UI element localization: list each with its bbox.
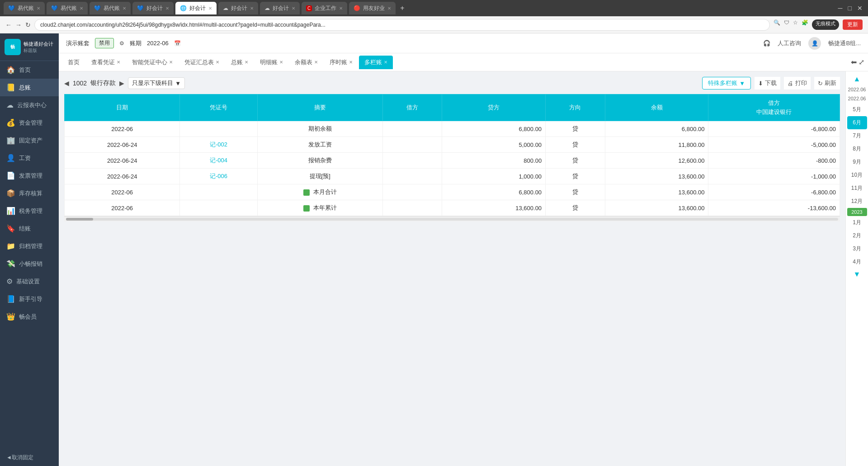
tab-close-view-voucher[interactable]: ✕ bbox=[117, 60, 120, 65]
refresh-button[interactable]: ↻ 刷新 bbox=[814, 77, 840, 89]
tab-detail-ledger[interactable]: 明细账 ✕ bbox=[255, 56, 288, 69]
sidebar-item-salary[interactable]: 👤 工资 bbox=[0, 149, 59, 167]
tabs-expand-icon[interactable]: ⤢ bbox=[859, 58, 864, 66]
browser-tab-2[interactable]: 💙 易代账 ✕ bbox=[47, 2, 88, 14]
calendar-month-5[interactable]: 5月 bbox=[847, 103, 867, 116]
tab-close-sequence[interactable]: ✕ bbox=[349, 60, 353, 65]
tab-view-voucher[interactable]: 查看凭证 ✕ bbox=[86, 56, 126, 69]
update-button[interactable]: 更新 bbox=[843, 19, 863, 30]
tab-smart-voucher[interactable]: 智能凭证中心 ✕ bbox=[127, 56, 178, 69]
sidebar-item-guide[interactable]: 📘 新手引导 bbox=[0, 290, 59, 308]
calendar-scroll-down[interactable]: ▼ bbox=[852, 268, 863, 280]
tab-close-3[interactable]: ✕ bbox=[123, 6, 126, 11]
back-button[interactable]: ← bbox=[5, 21, 12, 28]
account-label: 演示账套 bbox=[66, 39, 90, 47]
prev-account-button[interactable]: ◀ bbox=[64, 80, 69, 87]
horizontal-scrollbar[interactable] bbox=[64, 216, 840, 221]
calendar-month-6[interactable]: 6月 bbox=[847, 116, 867, 129]
browser-tab-7[interactable]: ☁ 好会计 ✕ bbox=[260, 2, 300, 14]
sidebar-item-settings[interactable]: ⚙ 基础设置 bbox=[0, 273, 59, 290]
sidebar-item-home[interactable]: 🏠 首页 bbox=[0, 61, 59, 79]
tab-close-summary[interactable]: ✕ bbox=[216, 60, 219, 65]
calendar-icon[interactable]: 📅 bbox=[174, 40, 181, 47]
sidebar-item-archive[interactable]: 📁 归档管理 bbox=[0, 237, 59, 255]
new-tab-button[interactable]: + bbox=[397, 4, 407, 12]
user-label[interactable]: 畅捷通B组... bbox=[828, 39, 861, 47]
settings-gear-icon[interactable]: ⚙ bbox=[119, 40, 124, 47]
search-icon[interactable]: 🔍 bbox=[774, 19, 780, 30]
calendar-scroll-up[interactable]: ▲ bbox=[852, 73, 863, 85]
sidebar-item-expense[interactable]: 💸 小畅报销 bbox=[0, 255, 59, 273]
consult-label[interactable]: 人工咨询 bbox=[778, 39, 801, 47]
tab-close-general[interactable]: ✕ bbox=[245, 60, 248, 65]
tab-close-5[interactable]: ✕ bbox=[208, 6, 212, 11]
calendar-month-3[interactable]: 3月 bbox=[847, 242, 867, 255]
no-trace-label[interactable]: 无痕模式 bbox=[812, 19, 839, 30]
tab-close-multi[interactable]: ✕ bbox=[384, 60, 387, 65]
browser-tab-4[interactable]: 💙 好会计 ✕ bbox=[132, 2, 174, 14]
calendar-month-11[interactable]: 11月 bbox=[847, 182, 867, 195]
special-multi-column-button[interactable]: 特殊多栏账 ▼ bbox=[702, 77, 751, 89]
tab-close-balance[interactable]: ✕ bbox=[314, 60, 318, 65]
sidebar-item-cloud-report[interactable]: ☁ 云报表中心 bbox=[0, 96, 59, 114]
browser-tab-5[interactable]: 🌐 好会计 ✕ bbox=[175, 2, 217, 14]
calendar-month-1[interactable]: 1月 bbox=[847, 216, 867, 229]
url-input[interactable]: cloud2.chanjet.com/accounting/uh26t264j5… bbox=[34, 19, 770, 31]
browser-tab-6[interactable]: ☁ 好会计 ✕ bbox=[218, 2, 258, 14]
cell-voucher-3[interactable]: 记-004 bbox=[180, 153, 257, 169]
calendar-month-9[interactable]: 9月 bbox=[847, 155, 867, 169]
browser-tab-3[interactable]: 💙 易代账 ✕ bbox=[90, 2, 131, 14]
calendar-month-8[interactable]: 8月 bbox=[847, 142, 867, 155]
tab-multi-column[interactable]: 多栏账 ✕ bbox=[359, 56, 393, 69]
tab-voucher-summary[interactable]: 凭证汇总表 ✕ bbox=[179, 56, 225, 69]
reload-button[interactable]: ↻ bbox=[25, 21, 31, 28]
sidebar-label-assets: 固定资产 bbox=[19, 137, 42, 145]
calendar-month-10[interactable]: 10月 bbox=[847, 169, 867, 182]
star-icon[interactable]: ☆ bbox=[793, 19, 798, 30]
tabs-collapse-icon[interactable]: ⬅ bbox=[851, 58, 857, 66]
tab-close-1[interactable]: ✕ bbox=[37, 6, 40, 11]
calendar-month-12[interactable]: 12月 bbox=[847, 195, 867, 208]
tab-close-6[interactable]: ✕ bbox=[250, 6, 254, 11]
sub-account-filter[interactable]: 只显示下级科目 ▼ bbox=[128, 77, 185, 89]
extension-icon[interactable]: 🧩 bbox=[802, 19, 808, 30]
sidebar-item-invoice[interactable]: 📄 发票管理 bbox=[0, 167, 59, 184]
sidebar-item-inventory[interactable]: 📦 库存核算 bbox=[0, 184, 59, 202]
tab-close-8[interactable]: ✕ bbox=[339, 6, 343, 11]
close-window-button[interactable]: ✕ bbox=[855, 5, 864, 12]
browser-tab-8[interactable]: C 企业工作 ✕ bbox=[302, 2, 347, 14]
next-account-button[interactable]: ▶ bbox=[119, 80, 124, 87]
tab-close-9[interactable]: ✕ bbox=[387, 6, 391, 11]
browser-tab-9[interactable]: 🔴 用友好业 ✕ bbox=[349, 2, 396, 14]
cell-voucher-2[interactable]: 记-002 bbox=[180, 137, 257, 153]
sidebar-item-fund[interactable]: 💰 资金管理 bbox=[0, 114, 59, 132]
sidebar-item-tax[interactable]: 📊 税务管理 bbox=[0, 202, 59, 220]
tab-home[interactable]: 首页 bbox=[62, 56, 85, 69]
tab-close-4[interactable]: ✕ bbox=[165, 6, 169, 11]
calendar-month-7[interactable]: 7月 bbox=[847, 129, 867, 142]
scrollbar-thumb[interactable] bbox=[66, 218, 93, 221]
calendar-month-4[interactable]: 4月 bbox=[847, 255, 867, 268]
sidebar-item-assets[interactable]: 🏢 固定资产 bbox=[0, 132, 59, 149]
tab-close-detail[interactable]: ✕ bbox=[279, 60, 283, 65]
tab-close-smart[interactable]: ✕ bbox=[169, 60, 173, 65]
tax-icon: 📊 bbox=[6, 207, 15, 215]
calendar-month-2[interactable]: 2月 bbox=[847, 229, 867, 242]
sidebar-item-ledger[interactable]: 📒 总账 bbox=[0, 79, 59, 96]
print-button[interactable]: 🖨 打印 bbox=[784, 77, 811, 89]
pin-button[interactable]: ◄取消固定 bbox=[0, 449, 59, 466]
cell-voucher-4[interactable]: 记-006 bbox=[180, 169, 257, 184]
cell-balance-1: 6,800.00 bbox=[605, 121, 708, 137]
tab-sequence[interactable]: 序时账 ✕ bbox=[324, 56, 358, 69]
tab-general-ledger[interactable]: 总账 ✕ bbox=[226, 56, 254, 69]
tab-close-7[interactable]: ✕ bbox=[292, 6, 295, 11]
tab-close-2[interactable]: ✕ bbox=[80, 6, 83, 11]
sidebar-item-close-period[interactable]: 🔖 结账 bbox=[0, 220, 59, 237]
download-button[interactable]: ⬇ 下载 bbox=[755, 77, 780, 89]
restore-button[interactable]: □ bbox=[846, 5, 854, 12]
forward-button[interactable]: → bbox=[15, 21, 22, 28]
tab-balance[interactable]: 余额表 ✕ bbox=[289, 56, 323, 69]
browser-tab-1[interactable]: 💙 易代账 ✕ bbox=[4, 2, 45, 14]
minimize-button[interactable]: ─ bbox=[836, 5, 844, 12]
sidebar-item-member[interactable]: 👑 畅会员 bbox=[0, 308, 59, 325]
